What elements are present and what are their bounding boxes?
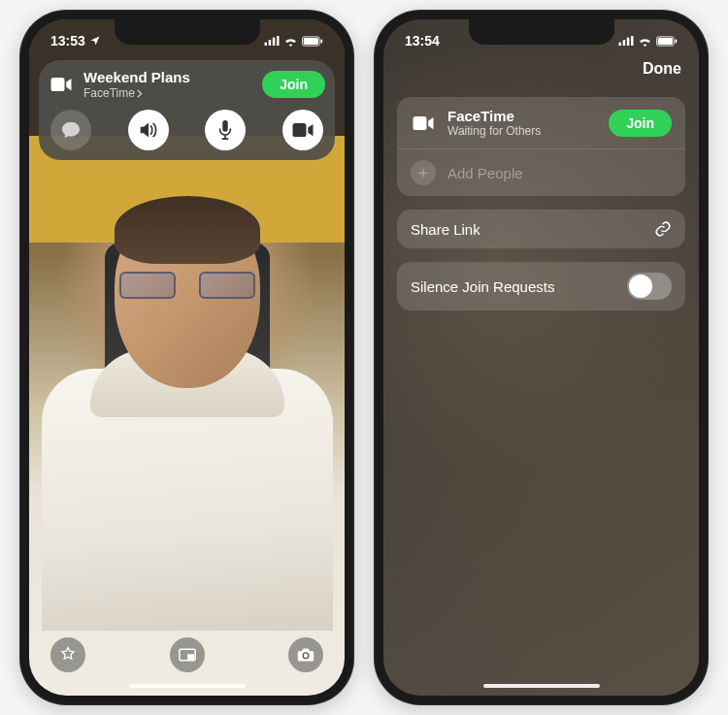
cellular-icon (264, 36, 280, 46)
call-subtitle[interactable]: FaceTime (83, 86, 252, 100)
call-title: Weekend Plans (83, 69, 252, 86)
svg-rect-11 (187, 655, 193, 659)
silence-label: Silence Join Requests (411, 278, 615, 295)
chevron-right-icon (137, 89, 143, 98)
wifi-icon (283, 36, 298, 47)
facetime-card: FaceTime Waiting for Others Join ＋ Add P… (397, 97, 685, 196)
flip-camera-button[interactable] (288, 637, 323, 672)
phone-right: 13:54 Done (374, 10, 709, 705)
silence-card: Silence Join Requests (397, 262, 685, 310)
svg-rect-5 (304, 38, 318, 45)
svg-rect-18 (658, 38, 673, 45)
svg-rect-20 (414, 116, 427, 130)
notch (469, 19, 614, 45)
facetime-subtitle: Waiting for Others (447, 124, 597, 138)
svg-rect-7 (51, 78, 65, 91)
svg-rect-1 (269, 40, 272, 46)
video-icon (411, 111, 436, 136)
svg-rect-15 (627, 38, 630, 46)
home-indicator[interactable] (129, 684, 246, 688)
messages-button[interactable] (50, 110, 91, 150)
phone-left: 13:53 (19, 10, 354, 705)
svg-rect-14 (623, 40, 626, 46)
svg-rect-9 (292, 123, 306, 137)
notch (115, 19, 260, 45)
link-icon (654, 220, 672, 238)
share-link-label: Share Link (411, 221, 643, 238)
add-people-label: Add People (447, 165, 672, 181)
home-indicator[interactable] (483, 684, 600, 688)
mute-button[interactable] (205, 110, 246, 150)
pip-button[interactable] (170, 637, 205, 672)
svg-rect-2 (273, 38, 276, 46)
location-icon (89, 35, 101, 47)
camera-toggle-button[interactable] (282, 110, 323, 150)
svg-rect-13 (619, 43, 622, 46)
status-time: 13:53 (50, 33, 85, 49)
call-banner: Weekend Plans FaceTime Join (39, 60, 335, 160)
silence-toggle[interactable] (627, 273, 672, 300)
screen: 13:53 (29, 19, 345, 696)
share-link-card[interactable]: Share Link (397, 210, 685, 248)
done-button[interactable]: Done (643, 60, 681, 78)
svg-rect-16 (631, 36, 634, 46)
battery-icon (302, 36, 323, 47)
cellular-icon (618, 36, 634, 46)
svg-rect-19 (675, 39, 677, 43)
svg-rect-0 (265, 43, 268, 46)
svg-rect-8 (223, 120, 228, 132)
svg-rect-6 (320, 39, 322, 43)
video-icon (49, 72, 74, 97)
effects-button[interactable] (50, 637, 85, 672)
join-button[interactable]: Join (609, 110, 672, 137)
svg-rect-3 (277, 36, 280, 46)
plus-icon: ＋ (411, 160, 436, 185)
screen: 13:54 Done (383, 19, 699, 696)
speaker-button[interactable] (128, 110, 169, 150)
wifi-icon (638, 36, 652, 47)
facetime-title: FaceTime (447, 108, 597, 124)
add-people-row[interactable]: ＋ Add People (397, 148, 685, 196)
join-button[interactable]: Join (262, 71, 325, 98)
battery-icon (656, 36, 678, 47)
status-time: 13:54 (405, 33, 440, 49)
